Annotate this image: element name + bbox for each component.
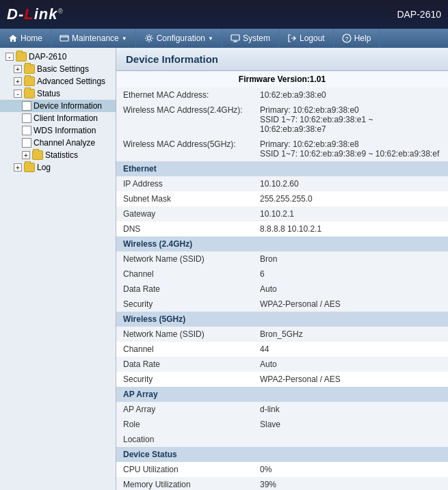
- info-label: Network Name (SSID): [116, 251, 253, 267]
- sidebar-label-log: Log: [37, 163, 51, 172]
- svg-rect-0: [60, 36, 68, 41]
- expand-icon: +: [14, 163, 22, 172]
- info-label: AP Array: [116, 402, 253, 417]
- info-value: WPA2-Personal / AES: [253, 372, 448, 387]
- config-arrow: ▼: [208, 36, 213, 42]
- table-row: DNS8.8.8.8 10.10.2.1: [116, 221, 448, 236]
- table-row: Subnet Mask255.255.255.0: [116, 191, 448, 206]
- table-row: Wireless (5GHz): [116, 312, 448, 327]
- info-value: 10.10.2.60: [253, 176, 448, 191]
- section-header-cell: Ethernet: [116, 161, 448, 176]
- nav-maintenance[interactable]: Maintenance ▼: [51, 29, 136, 48]
- nav-configuration[interactable]: Configuration ▼: [136, 29, 222, 48]
- sidebar-item-dap2610[interactable]: - DAP-2610: [0, 51, 116, 63]
- table-row: Location: [116, 432, 448, 447]
- folder-icon: [24, 89, 35, 98]
- sidebar-item-device-info[interactable]: Device Information: [0, 100, 116, 112]
- info-label: Channel: [116, 342, 253, 357]
- svg-point-2: [147, 37, 150, 40]
- content-area: Device Information Firmware Version:1.01…: [116, 48, 448, 490]
- info-value: d-link: [253, 402, 448, 417]
- page-icon: [22, 113, 31, 123]
- info-label: DNS: [116, 221, 253, 236]
- table-row: RoleSlave: [116, 417, 448, 432]
- sidebar-item-advanced-settings[interactable]: + Advanced Settings: [0, 75, 116, 87]
- folder-icon: [24, 64, 35, 74]
- section-header-cell: AP Array: [116, 387, 448, 402]
- nav-home[interactable]: Home: [0, 29, 51, 48]
- firmware-row: Firmware Version:1.01: [116, 71, 448, 87]
- info-label: Wireless MAC Address(5GHz):: [116, 137, 253, 161]
- maintenance-icon: [60, 33, 69, 43]
- sidebar-item-basic-settings[interactable]: + Basic Settings: [0, 63, 116, 75]
- section-header-cell: Wireless (5GHz): [116, 312, 448, 327]
- navbar: Home Maintenance ▼ Configuration ▼ Syste…: [0, 29, 448, 48]
- info-value: 39%: [253, 477, 448, 490]
- help-icon: ?: [342, 33, 352, 43]
- table-row: Network Name (SSID)Bron: [116, 251, 448, 267]
- table-row: Channel6: [116, 267, 448, 282]
- page-icon: [22, 138, 31, 148]
- expand-icon: +: [22, 151, 30, 159]
- sidebar-item-log[interactable]: + Log: [0, 161, 116, 174]
- info-value: Slave: [253, 417, 448, 432]
- page-icon: [22, 101, 31, 111]
- info-label: Data Rate: [116, 357, 253, 372]
- sidebar-label-device-info: Device Information: [34, 101, 102, 111]
- logout-icon: [287, 33, 297, 43]
- table-row: Wireless (2.4GHz): [116, 236, 448, 251]
- info-label: Channel: [116, 267, 253, 282]
- info-label: Security: [116, 372, 253, 387]
- sidebar-label-wds-info: WDS Information: [34, 126, 96, 135]
- info-value: 6: [253, 267, 448, 282]
- info-value: Bron_5GHz: [253, 327, 448, 342]
- folder-icon: [16, 52, 27, 62]
- info-label: Wireless MAC Address(2.4GHz):: [116, 103, 253, 137]
- expand-icon: -: [5, 53, 14, 61]
- info-label: Security: [116, 297, 253, 312]
- device-info-table: Firmware Version:1.01 Ethernet MAC Addre…: [116, 71, 448, 490]
- logo: D-Link®: [7, 5, 64, 23]
- page-icon: [22, 126, 31, 135]
- folder-icon: [24, 77, 35, 86]
- page-title: Device Information: [116, 48, 448, 71]
- sidebar-label-channel-analyze: Channel Analyze: [34, 138, 95, 148]
- info-value: 10.10.2.1: [253, 206, 448, 221]
- sidebar-label-basic-settings: Basic Settings: [37, 64, 89, 74]
- model-label: DAP-2610: [397, 9, 441, 20]
- table-row: AP Array: [116, 387, 448, 402]
- firmware-label: Firmware Version:1.01: [239, 74, 326, 84]
- sidebar-label-status: Status: [37, 89, 60, 98]
- info-label: Data Rate: [116, 282, 253, 297]
- system-icon: [230, 33, 240, 43]
- info-label: Subnet Mask: [116, 191, 253, 206]
- info-label: Gateway: [116, 206, 253, 221]
- sidebar: - DAP-2610 + Basic Settings + Advanced S…: [0, 48, 116, 490]
- sidebar-item-wds-info[interactable]: WDS Information: [0, 124, 116, 137]
- nav-system[interactable]: System: [222, 29, 279, 48]
- sidebar-label-advanced-settings: Advanced Settings: [37, 77, 105, 86]
- expand-icon: -: [14, 90, 22, 98]
- header: D-Link® DAP-2610: [0, 0, 448, 29]
- info-value: Auto: [253, 357, 448, 372]
- sidebar-item-channel-analyze[interactable]: Channel Analyze: [0, 137, 116, 149]
- info-value: 8.8.8.8 10.10.2.1: [253, 221, 448, 236]
- section-header-cell: Wireless (2.4GHz): [116, 236, 448, 251]
- table-row: SecurityWPA2-Personal / AES: [116, 297, 448, 312]
- sidebar-item-client-info[interactable]: Client Information: [0, 112, 116, 124]
- maintenance-arrow: ▼: [122, 36, 127, 42]
- nav-help[interactable]: ? Help: [334, 29, 380, 48]
- info-value: Primary: 10:62:eb:a9:38:e8SSID 1~7: 10:6…: [253, 137, 448, 161]
- info-value: 44: [253, 342, 448, 357]
- folder-icon: [32, 150, 43, 160]
- table-row: Channel44: [116, 342, 448, 357]
- info-label: Location: [116, 432, 253, 447]
- info-value: Bron: [253, 251, 448, 267]
- table-row: Network Name (SSID)Bron_5GHz: [116, 327, 448, 342]
- sidebar-label-dap2610: DAP-2610: [29, 52, 66, 62]
- table-row: Wireless MAC Address(2.4GHz):Primary: 10…: [116, 103, 448, 137]
- nav-logout[interactable]: Logout: [279, 29, 334, 48]
- sidebar-item-status[interactable]: - Status: [0, 87, 116, 100]
- sidebar-item-statistics[interactable]: + Statistics: [0, 149, 116, 161]
- table-row: Memory Utilization39%: [116, 477, 448, 490]
